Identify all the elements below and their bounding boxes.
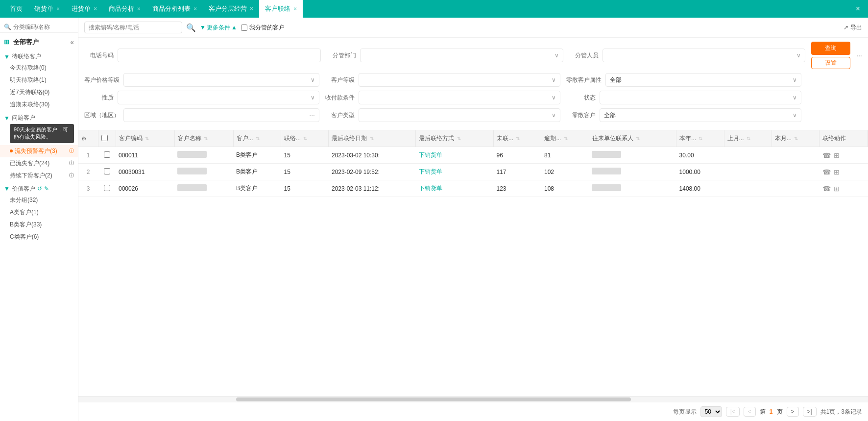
filter-price-tier-select[interactable]: ∨ bbox=[123, 73, 319, 87]
filter-retail-attr: 零散客户属性 全部 ∨ bbox=[566, 73, 801, 87]
row-select-1[interactable] bbox=[104, 151, 110, 158]
row-uncontacted-3: 123 bbox=[494, 180, 541, 197]
sidebar-item-tomorrow[interactable]: 明天待联络(1) bbox=[0, 74, 78, 86]
filter-nature: 性质 ∨ bbox=[84, 91, 319, 104]
my-customers-filter[interactable]: 我分管的客户 bbox=[241, 24, 285, 32]
filter-retail-customer-select[interactable]: 全部 ∨ bbox=[600, 108, 801, 122]
nav-customer-tier-close[interactable]: × bbox=[250, 5, 253, 12]
col-settings-header[interactable]: ⚙ bbox=[78, 130, 98, 147]
sidebar-item-7days[interactable]: 近7天待联络(0) bbox=[0, 86, 78, 99]
nav-home[interactable]: 首页 bbox=[4, 0, 28, 18]
filter-payment-select[interactable]: ∨ bbox=[359, 91, 560, 104]
filter-dept-select[interactable]: ∨ bbox=[360, 49, 563, 62]
nav-product-analysis-close[interactable]: × bbox=[137, 5, 141, 12]
horizontal-scrollbar[interactable] bbox=[78, 396, 868, 402]
search-button[interactable]: 🔍 bbox=[186, 23, 196, 32]
ellipsis-icon[interactable]: ··· bbox=[309, 111, 315, 119]
my-customers-checkbox[interactable] bbox=[241, 25, 247, 31]
filter-nature-select[interactable]: ∨ bbox=[118, 91, 319, 104]
nav-purchase[interactable]: 进货单 × bbox=[66, 0, 103, 18]
sidebar-section-pending[interactable]: ▼ 待联络客户 bbox=[0, 50, 78, 62]
filter-phone-input[interactable] bbox=[118, 49, 321, 62]
sidebar-search-input[interactable] bbox=[13, 24, 74, 30]
row-select-2[interactable] bbox=[104, 168, 110, 174]
sidebar-item-churned[interactable]: 已流失客户(24) ⓘ bbox=[0, 157, 78, 170]
filter-action-buttons: 查询 设置 bbox=[811, 42, 850, 69]
select-all-checkbox[interactable] bbox=[101, 135, 108, 141]
chevron-down-icon-8: ∨ bbox=[793, 94, 797, 101]
sidebar-item-ungrouped[interactable]: 未分组(32) bbox=[0, 194, 78, 206]
row-last-method-2[interactable]: 下销货单 bbox=[416, 164, 494, 180]
filter-retail-customer: 零散客户 全部 ∨ bbox=[566, 108, 801, 122]
filter-retail-attr-select[interactable]: 全部 ∨ bbox=[605, 73, 801, 87]
settings-button[interactable]: 设置 bbox=[811, 57, 850, 69]
search-input[interactable] bbox=[84, 22, 182, 33]
col-contact-header: 联络... ⇅ bbox=[281, 130, 329, 147]
export-icon: ↗ bbox=[844, 24, 848, 31]
contact-action-icon[interactable]: ☎ bbox=[822, 151, 831, 159]
page-size-select[interactable]: 50 bbox=[700, 406, 722, 417]
row-last-method-1[interactable]: 下销货单 bbox=[416, 147, 494, 164]
col-checkbox-header[interactable] bbox=[98, 130, 116, 147]
first-page-button[interactable]: |< bbox=[726, 407, 740, 417]
sidebar-item-class-a[interactable]: A类客户(1) bbox=[0, 206, 78, 219]
more-options-btn[interactable]: ··· bbox=[856, 51, 862, 59]
row-select-3[interactable] bbox=[104, 185, 110, 191]
window-close-btn[interactable]: × bbox=[852, 4, 864, 13]
more-action-icon[interactable]: ⊞ bbox=[834, 151, 840, 159]
row-type-1: B类客户 bbox=[233, 147, 281, 164]
filter-region-select[interactable]: ··· bbox=[123, 108, 319, 122]
nav-product-analysis-list[interactable]: 商品分析列表 × bbox=[146, 0, 203, 18]
query-button[interactable]: 查询 bbox=[811, 42, 850, 55]
nav-customer-contact-close[interactable]: × bbox=[293, 5, 297, 12]
sidebar-item-class-c[interactable]: C类客户(6) bbox=[0, 231, 78, 243]
row-last-method-3[interactable]: 下销货单 bbox=[416, 180, 494, 197]
sidebar-item-class-b[interactable]: B类客户(33) bbox=[0, 219, 78, 231]
chevron-down-icon-9: ∨ bbox=[552, 112, 556, 119]
nav-product-analysis-list-close[interactable]: × bbox=[193, 5, 197, 12]
nav-product-analysis[interactable]: 商品分析 × bbox=[103, 0, 146, 18]
row-checkbox-2[interactable] bbox=[98, 164, 116, 180]
last-page-button[interactable]: >| bbox=[803, 407, 817, 417]
prev-page-button[interactable]: < bbox=[744, 407, 756, 417]
row-num-3: 3 bbox=[78, 180, 98, 197]
filter-bar: 🔍 ▼ 更多条件 ▲ 我分管的客户 ↗ 导出 bbox=[78, 18, 868, 38]
contact-action-icon-3[interactable]: ☎ bbox=[822, 185, 831, 193]
edit-icon[interactable]: ✎ bbox=[44, 185, 49, 192]
chevron-down-icon: ∨ bbox=[555, 52, 559, 59]
sidebar-item-overdue-contact[interactable]: 逾期未联络(30) bbox=[0, 99, 78, 111]
nav-sales-close[interactable]: × bbox=[56, 5, 60, 12]
more-action-icon-2[interactable]: ⊞ bbox=[834, 168, 840, 176]
more-action-icon-3[interactable]: ⊞ bbox=[834, 185, 840, 193]
more-conditions-button[interactable]: ▼ 更多条件 ▲ bbox=[200, 24, 237, 32]
row-name-1 bbox=[174, 147, 233, 164]
info-icon-3: ⓘ bbox=[69, 172, 74, 179]
nav-sales[interactable]: 销货单 × bbox=[28, 0, 66, 18]
sidebar-section-value[interactable]: ▼ 价值客户 ↺ ✎ bbox=[0, 182, 78, 194]
refresh-icon[interactable]: ↺ bbox=[37, 185, 42, 192]
filter-status-select[interactable]: ∨ bbox=[600, 91, 801, 104]
filter-customer-type-select[interactable]: ∨ bbox=[359, 108, 560, 122]
export-button[interactable]: ↗ 导出 bbox=[844, 24, 862, 32]
info-icon-2: ⓘ bbox=[69, 160, 74, 167]
filter-person-select[interactable]: ∨ bbox=[603, 49, 806, 62]
sidebar-all-customers[interactable]: ⊞ 全部客户 « bbox=[0, 35, 78, 50]
sidebar-item-declining[interactable]: 持续下滑客户(2) ⓘ bbox=[0, 170, 78, 182]
row-actions-1: ☎ ⊞ bbox=[820, 147, 868, 164]
sidebar-section-problem[interactable]: ▼ 问题客户 bbox=[0, 111, 78, 123]
col-type-header: 客户... ⇅ bbox=[233, 130, 281, 147]
nav-customer-contact[interactable]: 客户联络 × bbox=[259, 0, 303, 18]
sidebar-item-churn-warning[interactable]: 流失预警客户(3) ⓘ bbox=[0, 145, 78, 157]
info-icon: ⓘ bbox=[69, 148, 74, 154]
arrow-icon-2: ▼ bbox=[4, 115, 10, 122]
row-checkbox-1[interactable] bbox=[98, 147, 116, 164]
nav-purchase-close[interactable]: × bbox=[94, 5, 97, 12]
sidebar-item-today[interactable]: 今天待联络(0) bbox=[0, 62, 78, 74]
nav-customer-tier[interactable]: 客户分层经营 × bbox=[203, 0, 259, 18]
row-name-2 bbox=[174, 164, 233, 180]
next-page-button[interactable]: > bbox=[787, 407, 799, 417]
filter-customer-tier-select[interactable]: ∨ bbox=[359, 73, 560, 87]
contact-action-icon-2[interactable]: ☎ bbox=[822, 168, 831, 176]
row-checkbox-3[interactable] bbox=[98, 180, 116, 197]
scrollbar-thumb[interactable] bbox=[236, 397, 631, 401]
